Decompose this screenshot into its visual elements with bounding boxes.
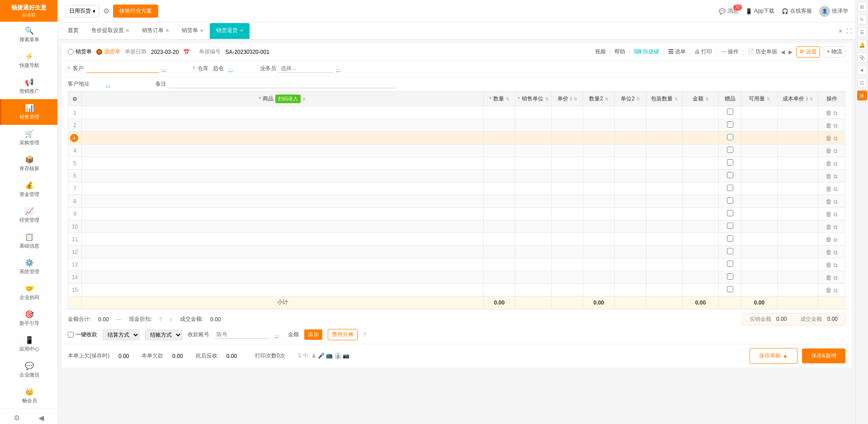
gift-checkbox-9[interactable] bbox=[727, 210, 733, 216]
cell-product-3[interactable] bbox=[82, 132, 484, 144]
right-panel-btn3[interactable]: ☰ bbox=[857, 27, 867, 37]
select-btn[interactable]: ☰ 选单 bbox=[668, 48, 686, 56]
cell-amount-14[interactable] bbox=[683, 271, 719, 284]
cell-gift-10[interactable] bbox=[719, 220, 741, 233]
cell-pkgqty-2[interactable] bbox=[646, 119, 683, 132]
cell-unit2-7[interactable] bbox=[615, 182, 646, 195]
cell-pkgqty-15[interactable] bbox=[646, 284, 683, 296]
cell-price-5[interactable] bbox=[552, 157, 583, 170]
gift-checkbox-6[interactable] bbox=[727, 172, 733, 178]
add-row-btn[interactable]: + bbox=[70, 134, 78, 142]
industry-select[interactable]: 日用百货 ▾ bbox=[65, 5, 99, 17]
prev-doc-icon[interactable]: ◀ bbox=[781, 49, 785, 55]
note-input[interactable] bbox=[169, 80, 395, 88]
copy-icon-11[interactable]: ⧉ bbox=[834, 237, 838, 243]
cell-product-12[interactable] bbox=[82, 246, 484, 258]
gift-checkbox-1[interactable] bbox=[727, 109, 733, 115]
th-settings[interactable]: ⚙ bbox=[68, 92, 82, 106]
cell-qty-14[interactable] bbox=[484, 271, 515, 284]
sidebar-item-guide[interactable]: 🎯新手引导 bbox=[0, 305, 57, 331]
cell-unit-6[interactable] bbox=[515, 170, 552, 182]
cell-avail-4[interactable] bbox=[741, 144, 778, 157]
cell-price-14[interactable] bbox=[552, 271, 583, 284]
cell-unit2-3[interactable] bbox=[615, 132, 646, 144]
cell-price-15[interactable] bbox=[552, 284, 583, 296]
cell-unit-2[interactable] bbox=[515, 119, 552, 132]
cell-unit2-15[interactable] bbox=[615, 284, 646, 296]
cell-qty2-4[interactable] bbox=[583, 144, 615, 157]
help-btn[interactable]: 帮助 bbox=[614, 48, 625, 56]
cell-unit2-12[interactable] bbox=[615, 246, 646, 258]
sidebar-item-operation[interactable]: 📈经营管理 bbox=[0, 202, 57, 228]
copy-icon-13[interactable]: ⧉ bbox=[834, 262, 838, 268]
copy-icon-10[interactable]: ⧉ bbox=[834, 224, 838, 230]
copy-icon-9[interactable]: ⧉ bbox=[834, 211, 838, 218]
cell-qty2-9[interactable] bbox=[583, 208, 615, 220]
warehouse-select-link[interactable]: ... bbox=[228, 65, 233, 72]
delete-icon-11[interactable]: 🗑 bbox=[826, 236, 832, 243]
shortcut-btn[interactable]: ⌨ 快捷键 bbox=[634, 48, 659, 56]
cell-price-6[interactable] bbox=[552, 170, 583, 182]
delete-icon-10[interactable]: 🗑 bbox=[826, 223, 832, 230]
cell-avail-1[interactable] bbox=[741, 106, 778, 119]
sidebar-settings-icon[interactable]: ⚙ bbox=[14, 414, 20, 422]
sidebar-item-system[interactable]: ⚙️系统管理 bbox=[0, 254, 57, 280]
sidebar-item-marketing[interactable]: 📢营销推广 bbox=[0, 73, 57, 99]
cell-amount-7[interactable] bbox=[683, 182, 719, 195]
cell-unit2-4[interactable] bbox=[615, 144, 646, 157]
cell-cost-10[interactable] bbox=[778, 220, 818, 233]
sort-icon-qty[interactable]: ⇅ bbox=[506, 97, 509, 101]
cell-unit2-2[interactable] bbox=[615, 119, 646, 132]
tab-close-icon[interactable]: ✕ bbox=[838, 28, 843, 34]
cell-gift-7[interactable] bbox=[719, 182, 741, 195]
delete-icon-8[interactable]: 🗑 bbox=[826, 198, 832, 205]
cell-avail-8[interactable] bbox=[741, 195, 778, 208]
one-click-payment-checkbox[interactable] bbox=[68, 332, 74, 338]
cell-qty2-10[interactable] bbox=[583, 220, 615, 233]
radio-return[interactable]: 退货单 bbox=[96, 48, 120, 56]
cell-pkgqty-6[interactable] bbox=[646, 170, 683, 182]
sidebar-item-sales[interactable]: 📊销售管理 bbox=[0, 99, 57, 125]
cell-qty-4[interactable] bbox=[484, 144, 515, 157]
history-btn[interactable]: 📄 历史单据 bbox=[747, 48, 777, 56]
cell-unit2-11[interactable] bbox=[615, 233, 646, 246]
cell-gift-12[interactable] bbox=[719, 246, 741, 258]
delete-icon-3[interactable]: 🗑 bbox=[826, 134, 832, 142]
tab-sale-delivery[interactable]: 销货单✕ bbox=[175, 23, 210, 39]
cell-unit-5[interactable] bbox=[515, 157, 552, 170]
cell-product-7[interactable] bbox=[82, 182, 484, 195]
cell-cost-4[interactable] bbox=[778, 144, 818, 157]
cell-amount-15[interactable] bbox=[683, 284, 719, 296]
copy-icon-12[interactable]: ⧉ bbox=[834, 249, 838, 256]
cell-amount-4[interactable] bbox=[683, 144, 719, 157]
cell-product-11[interactable] bbox=[82, 233, 484, 246]
cell-unit-1[interactable] bbox=[515, 106, 552, 119]
cell-avail-3[interactable] bbox=[741, 132, 778, 144]
cell-gift-6[interactable] bbox=[719, 170, 741, 182]
cell-price-8[interactable] bbox=[552, 195, 583, 208]
cell-unit2-1[interactable] bbox=[615, 106, 646, 119]
cell-cost-5[interactable] bbox=[778, 157, 818, 170]
sort-icon-price[interactable]: ⇅ bbox=[574, 97, 577, 101]
cell-avail-11[interactable] bbox=[741, 233, 778, 246]
cell-unit2-13[interactable] bbox=[615, 258, 646, 271]
sort-icon-qty2[interactable]: ⇅ bbox=[605, 97, 609, 101]
cell-product-15[interactable] bbox=[82, 284, 484, 296]
cell-qty2-3[interactable] bbox=[583, 132, 615, 144]
sort-icon-unit[interactable]: ⇅ bbox=[545, 97, 549, 101]
cell-pkgqty-12[interactable] bbox=[646, 246, 683, 258]
right-panel-btn8[interactable]: ⊞ bbox=[857, 91, 867, 100]
customer-input[interactable] bbox=[86, 64, 159, 73]
cell-avail-12[interactable] bbox=[741, 246, 778, 258]
gift-checkbox-12[interactable] bbox=[727, 248, 733, 254]
cell-gift-13[interactable] bbox=[719, 258, 741, 271]
cell-amount-6[interactable] bbox=[683, 170, 719, 182]
cell-product-8[interactable] bbox=[82, 195, 484, 208]
cell-unit2-8[interactable] bbox=[615, 195, 646, 208]
tab-sale-return[interactable]: 销货退货✕ bbox=[210, 23, 250, 39]
copy-icon-5[interactable]: ⧉ bbox=[834, 161, 838, 167]
right-panel-btn4[interactable]: 🔔 bbox=[857, 40, 867, 50]
cell-unit-8[interactable] bbox=[515, 195, 552, 208]
operate-btn[interactable]: ⋯ 操作 bbox=[721, 48, 739, 56]
sort-icon-cost[interactable]: ⇅ bbox=[810, 97, 813, 101]
